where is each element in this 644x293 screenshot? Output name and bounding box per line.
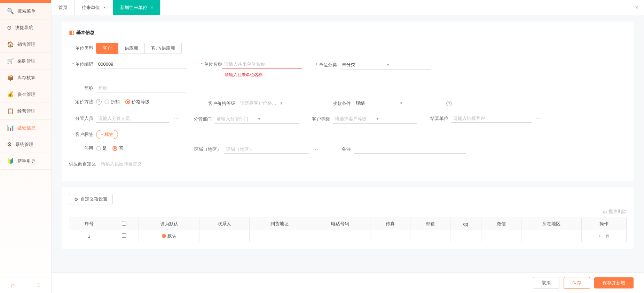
customer-tag-row: 客户标签 + 标签 [69,130,627,139]
sidebar-item-finance[interactable]: 💰 资金管理 [0,86,51,103]
manager-more-btn[interactable]: ··· [172,115,180,122]
supplier-custom-input[interactable] [99,160,208,168]
payment-terms-arrow-icon: ▼ [399,101,441,105]
region-field: 区域（地区） ··· [194,145,320,154]
unit-name-input[interactable] [222,60,302,68]
tab-partners[interactable]: 往来单位 × [75,0,113,15]
pricing-method-field: 定价方法 ? 折扣 价格等级 [69,99,208,105]
unit-type-row: 单位类型 客户 供应商 客户/供应商 [69,43,627,54]
table-header-row: 序号 设为默认 联系人 到货地址 电话号码 传真 邮箱 qq 微信 所在地区 操… [69,218,627,230]
department-placeholder: 请输入分管部门 [217,116,256,122]
settlement-unit-more-btn[interactable]: ··· [534,115,542,122]
quick-nav-icon: ⊙ [7,24,11,31]
payment-terms-tooltip-icon[interactable]: ? [446,101,452,106]
customer-tag-label: 客户标签 [69,131,93,138]
unit-type-btn-group: 客户 供应商 客户/供应商 [96,43,182,54]
sidebar-item-quick-nav[interactable]: ⊙ 快捷导航 [0,19,51,36]
department-field: 分管部门 请输入分管部门 ▼ [187,114,299,124]
row-add-btn[interactable]: + [598,234,601,239]
customer-level-select[interactable]: 请选择客户等级 ▼ [333,114,417,124]
unit-type-label: 单位类型 [69,45,93,51]
row-qq [450,230,481,242]
sidebar-item-quick-nav-label: 快捷导航 [15,25,33,31]
sidebar-item-operations-label: 经营管理 [17,108,36,114]
save-button[interactable]: 保存 [564,277,590,289]
pricing-radio-group: 折扣 价格等级 [104,99,150,105]
pricing-method-tooltip-icon[interactable]: ? [96,99,102,105]
region-more-btn[interactable]: ··· [312,146,320,153]
pricing-level-radio[interactable]: 价格等级 [125,99,150,105]
sidebar-item-sales-label: 销售管理 [17,41,36,48]
pricing-discount-dot [104,99,109,104]
tab-partners-close[interactable]: × [103,5,106,10]
abbreviation-row: 简称 [69,84,627,92]
table-section: ⚙ 自定义项设置 🗂 批量删除 序号 设为默认 联系人 到货地址 [62,187,634,249]
disabled-yes-radio[interactable]: 是 [96,145,107,152]
row-checkbox [109,230,139,242]
code-name-category-row: 单位编码 单位名称 请输入往来单位名称 单位分类 未分类 ▼ [69,60,627,78]
row-delivery [250,230,310,242]
row-index: 1 [69,230,109,242]
row-checkbox-input[interactable] [122,233,126,238]
tab-new-partner[interactable]: 新增往来单位 × [113,0,160,15]
sidebar-item-sales[interactable]: 🏠 销售管理 [0,36,51,53]
sidebar-item-system[interactable]: ⚙ 系统管理 [0,136,51,153]
unit-type-both-btn[interactable]: 客户/供应商 [145,43,182,54]
abbreviation-input[interactable] [96,84,187,92]
custom-settings-btn[interactable]: ⚙ 自定义项设置 [69,194,113,204]
cancel-button[interactable]: 取消 [533,277,559,289]
unit-type-customer-btn[interactable]: 客户 [96,43,118,54]
unit-category-label: 单位分类 [313,62,337,68]
contact-table: 序号 设为默认 联系人 到货地址 电话号码 传真 邮箱 qq 微信 所在地区 操… [69,218,627,242]
row-action: + 🗑 [581,230,626,242]
select-all-checkbox[interactable] [122,221,126,226]
remark-input[interactable] [354,145,466,154]
sidebar-item-purchase[interactable]: 🛒 采购管理 [0,53,51,70]
tab-new-partner-close[interactable]: × [151,5,153,10]
sidebar-item-search[interactable]: 🔍 搜索菜单 [0,3,51,19]
col-action: 操作 [581,218,626,230]
pricing-discount-label: 折扣 [111,99,120,105]
unit-code-input[interactable] [96,60,187,68]
tab-home[interactable]: 首页 [52,0,75,15]
unit-type-supplier-btn[interactable]: 供应商 [118,43,145,54]
customer-price-level-placeholder: 请选择客户价格等级 [240,100,278,106]
sidebar-item-finance-label: 资金管理 [17,91,36,98]
batch-delete-btn[interactable]: 🗂 批量删除 [603,209,627,215]
sidebar-item-guide[interactable]: 🔰 新手引导 [0,153,51,170]
row-area [521,230,581,242]
sidebar-item-search-label: 搜索菜单 [17,8,36,14]
window-close-icon[interactable]: × [635,5,638,11]
pricing-discount-radio[interactable]: 折扣 [104,99,120,105]
row-default-radio[interactable] [162,234,166,238]
customer-price-level-select[interactable]: 请选择客户价格等级 ▼ [238,99,320,108]
add-tag-btn[interactable]: + 标签 [96,130,118,139]
sidebar-item-basic-info[interactable]: 📊 基础信息 [0,120,51,136]
settlement-unit-field: 结算单位 ··· [424,114,542,123]
disabled-no-radio[interactable]: 否 [112,145,123,152]
sidebar-menu-icon[interactable]: ≡ [37,282,40,289]
row-fax [370,230,410,242]
sidebar-item-inventory[interactable]: 📦 库存核算 [0,70,51,86]
main-area: 首页 往来单位 × 新增往来单位 × × ◧ 基本信息 单位类型 客户 [52,0,644,293]
sidebar-home-icon[interactable]: ⌂ [11,282,15,289]
sales-icon: 🏠 [7,41,14,48]
sidebar-bottom: ⌂ ≡ [0,277,51,293]
supplier-custom-label: 供应商自定义 [69,161,96,167]
region-input[interactable] [224,145,309,154]
col-checkbox [109,218,139,230]
save-new-button[interactable]: 保存并新增 [594,277,634,288]
remark-label: 备注 [327,146,351,153]
row-delete-btn[interactable]: 🗑 [605,234,610,239]
unit-category-select[interactable]: 未分类 ▼ [340,60,431,70]
department-select[interactable]: 请输入分管部门 ▼ [214,114,299,124]
sidebar-item-operations[interactable]: 📋 经营管理 [0,103,51,120]
tab-new-partner-label: 新增往来单位 [120,5,147,11]
payment-terms-select[interactable]: 现结 ▼ [354,99,443,108]
manager-input[interactable] [96,114,170,123]
customer-level-field: 客户等级 请选择客户等级 ▼ [306,114,417,124]
settlement-unit-input[interactable] [451,114,532,123]
batch-delete-area: 🗂 批量删除 [69,209,627,215]
sidebar-item-basic-info-label: 基础信息 [17,125,36,131]
col-delivery: 到货地址 [250,218,310,230]
